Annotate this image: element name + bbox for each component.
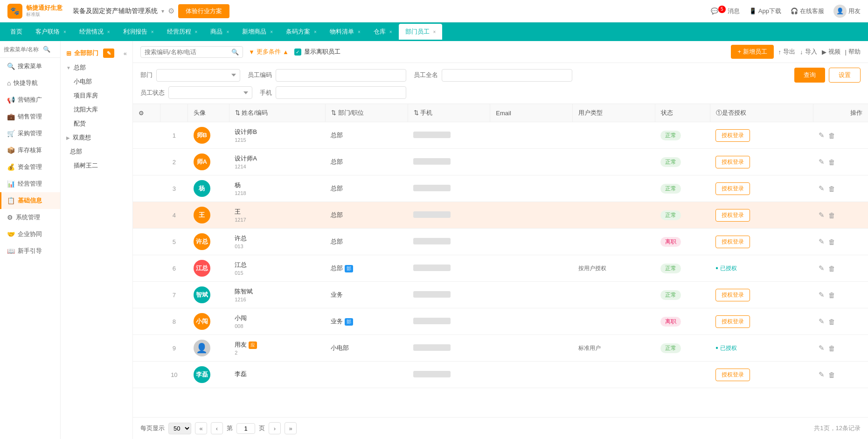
tab-department[interactable]: 部门员工× — [399, 24, 443, 40]
last-page-btn[interactable]: » — [285, 422, 297, 434]
help-btn[interactable]: | 帮助 — [845, 48, 861, 56]
dept-edit-icon[interactable]: ✎ — [103, 49, 114, 58]
edit-button[interactable]: ✎ — [819, 317, 825, 326]
system-title-arrow[interactable]: ▾ — [161, 8, 164, 14]
dept-item-xiaodian[interactable]: 小电部 — [61, 75, 132, 89]
delete-button[interactable]: 🗑 — [828, 132, 835, 139]
sidebar-search-wrap: 🔍 — [0, 41, 60, 58]
phone-input[interactable] — [276, 86, 406, 99]
show-leave-checkbox[interactable]: ✓ 显示离职员工 — [294, 48, 340, 56]
auth-button[interactable]: 授权登录 — [715, 315, 750, 328]
auth-button[interactable]: 授权登录 — [715, 182, 750, 195]
tab-home[interactable]: 首页 — [4, 24, 29, 40]
edit-button[interactable]: ✎ — [819, 264, 825, 272]
delete-button[interactable]: 🗑 — [828, 211, 835, 219]
tab-warehouse[interactable]: 仓库× — [367, 24, 399, 40]
emp-status-select[interactable] — [168, 86, 252, 99]
dept-item-shuanglu[interactable]: ▶ 双鹿想 — [61, 131, 132, 145]
sidebar-item-marketing[interactable]: 📢 营销推广 — [0, 91, 60, 108]
trial-button[interactable]: 体验行业方案 — [178, 4, 229, 18]
per-page-select[interactable]: 50 — [168, 423, 191, 434]
auth-button[interactable]: 授权登录 — [715, 156, 750, 168]
dept-item-peihuo[interactable]: 配货 — [61, 117, 132, 131]
delete-button[interactable]: 🗑 — [828, 318, 835, 326]
dept-item-chushu[interactable]: 插树王二 — [61, 159, 132, 173]
tab-customer[interactable]: 客户联络× — [29, 24, 73, 40]
auth-button[interactable]: 授权登录 — [715, 236, 750, 248]
emp-code-input[interactable] — [276, 69, 406, 82]
sidebar-item-sales[interactable]: 💼 销售管理 — [0, 108, 60, 125]
more-filters-btn[interactable]: ▼ 更多条件 ▲ — [249, 48, 289, 56]
query-button[interactable]: 查询 — [794, 68, 825, 83]
add-employee-button[interactable]: + 新增员工 — [731, 45, 773, 59]
auth-button[interactable]: 授权登录 — [715, 129, 750, 142]
sidebar-item-management[interactable]: 📊 经营管理 — [0, 175, 60, 192]
edit-button[interactable]: ✎ — [819, 370, 825, 379]
settings-gear-icon[interactable]: ⚙ — [139, 110, 144, 117]
sidebar-item-search[interactable]: 🔍 搜索菜单 — [0, 58, 60, 75]
edit-button[interactable]: ✎ — [819, 344, 825, 352]
tab-new-goods[interactable]: 新增商品× — [236, 24, 279, 40]
sidebar-item-basic-info[interactable]: 📋 基础信息 — [0, 192, 60, 209]
sidebar-search-input[interactable] — [4, 46, 41, 53]
edit-button[interactable]: ✎ — [819, 291, 825, 299]
set-button[interactable]: 设置 — [829, 68, 861, 83]
sidebar-item-system[interactable]: ⚙ 系统管理 — [0, 209, 60, 226]
sidebar-item-collab[interactable]: 🤝 企业协同 — [0, 226, 60, 243]
settings-icon[interactable]: ⚙ — [168, 7, 174, 15]
per-page-label: 每页显示 — [140, 424, 165, 432]
op-btns: ✎ 🗑 — [819, 131, 862, 139]
app-download-item[interactable]: 📱 App下载 — [749, 7, 781, 15]
cell-no: 4 — [160, 202, 188, 229]
delete-button[interactable]: 🗑 — [828, 265, 835, 272]
export-btn[interactable]: ↑ 导出 — [778, 48, 796, 56]
tab-goods[interactable]: 商品× — [204, 24, 236, 40]
sidebar-item-inventory[interactable]: 📦 库存核算 — [0, 142, 60, 159]
tab-history[interactable]: 经营历程× — [160, 24, 204, 40]
delete-button[interactable]: 🗑 — [828, 158, 835, 166]
delete-button[interactable]: 🗑 — [828, 185, 835, 193]
user-item[interactable]: 👤 用友 — [833, 5, 861, 18]
page-input[interactable] — [236, 423, 255, 434]
dept-item-zongbu-parent[interactable]: ▼ 总部 — [61, 61, 132, 75]
dept-item-project[interactable]: 项目库房 — [61, 89, 132, 103]
view-btn[interactable]: ▶ 视频 — [822, 48, 840, 56]
auth-button[interactable]: 授权登录 — [715, 209, 750, 222]
avatar-text: 王 — [199, 211, 205, 219]
emp-name-input[interactable] — [442, 69, 572, 82]
edit-button[interactable]: ✎ — [819, 131, 825, 139]
prev-page-btn[interactable]: ‹ — [211, 422, 223, 434]
dept-collapse-icon[interactable]: « — [124, 50, 127, 57]
auth-button[interactable]: 授权登录 — [715, 289, 750, 301]
tab-bom[interactable]: 物料清单× — [323, 24, 367, 40]
sidebar-item-nav[interactable]: ⌂ 快捷导航 — [0, 75, 60, 91]
sidebar-item-purchase[interactable]: 🛒 采购管理 — [0, 125, 60, 142]
first-page-btn[interactable]: « — [195, 422, 207, 434]
cell-authorized: 授权登录 — [710, 149, 813, 175]
dept-item-shenyang[interactable]: 沈阳大库 — [61, 103, 132, 117]
import-btn[interactable]: ↓ 导入 — [800, 48, 817, 56]
message-item[interactable]: 💬 5 消息 — [711, 7, 740, 15]
search-input[interactable] — [145, 49, 229, 56]
cell-phone — [408, 122, 490, 149]
dept-select[interactable] — [156, 69, 240, 82]
edit-button[interactable]: ✎ — [819, 158, 825, 166]
auth-button[interactable]: 授权登录 — [715, 369, 750, 381]
delete-button[interactable]: 🗑 — [828, 371, 835, 379]
edit-button[interactable]: ✎ — [819, 184, 825, 193]
delete-button[interactable]: 🗑 — [828, 238, 835, 246]
edit-button[interactable]: ✎ — [819, 237, 825, 246]
col-settings[interactable]: ⚙ — [133, 104, 160, 122]
tab-profit[interactable]: 利润报告× — [117, 24, 160, 40]
edit-button[interactable]: ✎ — [819, 211, 825, 219]
sidebar-item-guide[interactable]: 📖 新手引导 — [0, 243, 60, 259]
next-page-btn[interactable]: › — [269, 422, 281, 434]
tab-barcode[interactable]: 条码方案× — [279, 24, 323, 40]
online-service-item[interactable]: 🎧 在线客服 — [791, 7, 824, 15]
tab-operation[interactable]: 经营情况× — [73, 24, 117, 40]
sidebar-item-finance[interactable]: 💰 资金管理 — [0, 159, 60, 175]
delete-button[interactable]: 🗑 — [828, 344, 835, 352]
delete-button[interactable]: 🗑 — [828, 291, 835, 299]
filter-row-2: 员工状态 手机 — [140, 86, 861, 99]
dept-item-zongbu[interactable]: 总部 — [61, 145, 132, 159]
